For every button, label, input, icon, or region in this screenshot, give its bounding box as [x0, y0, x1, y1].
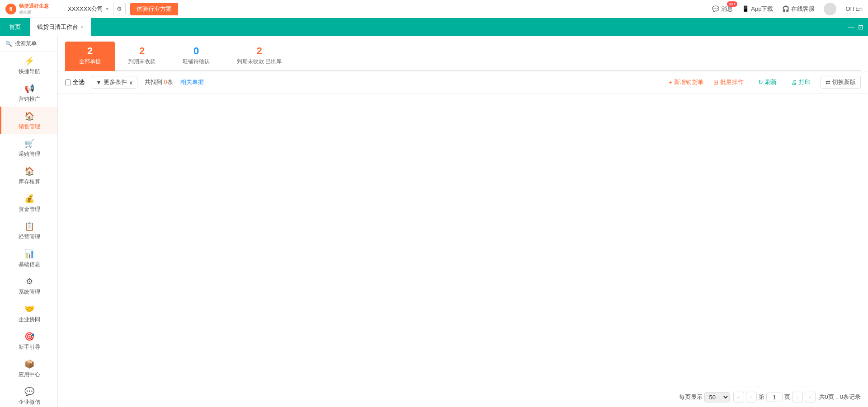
operations-icon: 📋: [24, 221, 34, 231]
marketing-icon: 📢: [24, 84, 34, 94]
stat-tab-overdue[interactable]: 2 到期未收款: [115, 42, 169, 71]
logo-area: 6 畅捷通好生意 标准版: [5, 3, 63, 15]
tab-home[interactable]: 首页: [0, 18, 30, 36]
add-sales-order-button[interactable]: + 新增销货单: [669, 78, 703, 86]
nav-right-controls: — ⊡: [848, 23, 868, 31]
sidebar-item-label: 经营管理: [19, 233, 40, 241]
batch-operation-button[interactable]: ⊞ 批量操作: [709, 76, 748, 89]
sidebar-item-label: 企业微信: [19, 398, 40, 406]
batch-label: 批量操作: [720, 78, 744, 86]
tab-close-icon[interactable]: ×: [81, 25, 84, 30]
quick-nav-icon: ⚡: [24, 56, 34, 66]
avatar[interactable]: [824, 3, 836, 15]
table-area: [58, 94, 868, 387]
guide-icon: 🎯: [24, 332, 34, 342]
cooperation-icon: 🤝: [24, 304, 34, 314]
filter-button[interactable]: ▼ 更多条件 ∨: [92, 76, 137, 89]
stat-num-overdue-shipped: 2: [257, 45, 262, 57]
search-icon: 🔍: [5, 41, 12, 47]
toolbar: 全选 ▼ 更多条件 ∨ 共找到 0条 相关单据 + 新增销货单 ⊞ 批量操作: [58, 71, 868, 94]
purchase-icon: 🛒: [24, 139, 34, 149]
select-all-checkbox[interactable]: 全选: [65, 78, 85, 86]
online-service-button[interactable]: 🎧 在线客服: [782, 5, 815, 13]
next-page-button[interactable]: ›: [792, 392, 803, 402]
sales-icon: 🏠: [24, 111, 34, 121]
stat-tab-overdue-shipped[interactable]: 2 到期未收款 已出库: [223, 42, 295, 71]
stat-label-all: 全部单据: [79, 58, 101, 65]
sidebar-item-inventory[interactable]: 🏠 库存核算: [0, 162, 57, 189]
sidebar-item-operations[interactable]: 📋 经营管理: [0, 217, 57, 244]
tab-workbench-label: 钱货日清工作台: [37, 23, 78, 31]
filter-label: 更多条件: [104, 78, 127, 86]
stats-tabs: 2 全部单据 2 到期未收款 0 旺铺待确认 2 到期未收款 已出库: [65, 42, 861, 71]
related-link[interactable]: 相关单据: [180, 78, 204, 86]
switch-version-button[interactable]: ⇄ 切换新版: [821, 76, 861, 89]
total-info: 共0页，0条记录: [819, 393, 861, 401]
company-name: XXXXXX公司: [68, 5, 103, 13]
settings-button[interactable]: ⚙: [113, 3, 126, 15]
page-size-select[interactable]: 10 20 50 100: [704, 392, 730, 402]
trial-button[interactable]: 体验行业方案: [130, 3, 178, 15]
found-count: 共找到 0条: [145, 78, 173, 86]
print-button[interactable]: 🖨 打印: [787, 76, 815, 89]
sidebar-item-base-info[interactable]: 📊 基础信息: [0, 244, 57, 272]
sidebar-item-finance[interactable]: 💰 资金管理: [0, 189, 57, 217]
header-right: 💬 消息 99+ 📱 App下载 🎧 在线客服 OfTEn: [712, 3, 863, 15]
page-size-selector: 每页显示 10 20 50 100: [679, 392, 730, 402]
sidebar-item-marketing[interactable]: 📢 营销推广: [0, 79, 57, 107]
pagination: 每页显示 10 20 50 100 « ‹ 第 页 › » 共0页，0条记录: [58, 387, 868, 407]
refresh-button[interactable]: ↻ 刷新: [754, 76, 781, 89]
first-page-button[interactable]: «: [733, 392, 744, 402]
sidebar-item-cooperation[interactable]: 🤝 企业协同: [0, 299, 57, 327]
top-header: 6 畅捷通好生意 标准版 XXXXXX公司 ▼ ⚙ 体验行业方案 💬 消息 99…: [0, 0, 868, 18]
page-label: 第: [759, 393, 764, 401]
switch-icon: ⇄: [826, 79, 830, 86]
sidebar-item-quick-nav[interactable]: ⚡ 快捷导航: [0, 51, 57, 79]
stat-num-all: 2: [87, 45, 93, 57]
sidebar-item-label: 新手引导: [19, 343, 40, 351]
sidebar-item-purchase[interactable]: 🛒 采购管理: [0, 134, 57, 162]
message-button[interactable]: 💬 消息 99+: [712, 5, 733, 13]
app-download-button[interactable]: 📱 App下载: [742, 5, 773, 13]
sidebar: 🔍 搜索菜单 ⚡ 快捷导航 📢 营销推广 🏠 销售管理 🛒 采购管理 🏠 库存核…: [0, 36, 58, 407]
maximize-icon[interactable]: ⊡: [858, 23, 863, 31]
tab-workbench[interactable]: 钱货日清工作台 ×: [30, 18, 91, 36]
refresh-icon: ↻: [758, 79, 763, 86]
stat-tab-pending[interactable]: 0 旺铺待确认: [169, 42, 223, 71]
sidebar-item-label: 应用中心: [19, 371, 40, 379]
service-icon: 🎧: [782, 5, 789, 12]
sidebar-item-label: 快捷导航: [19, 68, 40, 75]
minimize-icon[interactable]: —: [848, 23, 854, 31]
select-all-input[interactable]: [65, 80, 71, 85]
inventory-icon: 🏠: [24, 166, 34, 176]
sidebar-item-guide[interactable]: 🎯 新手引导: [0, 327, 57, 355]
sidebar-item-app-center[interactable]: 📦 应用中心: [0, 355, 57, 382]
app-download-label: App下载: [751, 5, 773, 13]
sidebar-item-wechat[interactable]: 💬 企业微信: [0, 382, 57, 407]
sidebar-item-sales[interactable]: 🏠 销售管理: [0, 107, 57, 134]
stat-label-overdue: 到期未收款: [128, 58, 156, 65]
sidebar-item-label: 库存核算: [19, 178, 40, 186]
switch-label: 切换新版: [832, 78, 856, 86]
filter-icon: ▼: [96, 79, 102, 86]
company-selector[interactable]: XXXXXX公司 ▼: [68, 5, 109, 13]
page-input[interactable]: [766, 393, 783, 402]
per-page-label: 每页显示: [679, 393, 703, 401]
stat-tab-all[interactable]: 2 全部单据: [65, 42, 115, 71]
batch-icon: ⊞: [713, 79, 718, 86]
online-service-label: 在线客服: [791, 5, 815, 13]
print-icon: 🖨: [791, 79, 797, 86]
prev-page-button[interactable]: ‹: [746, 392, 757, 402]
base-info-icon: 📊: [24, 249, 34, 259]
main-layout: 🔍 搜索菜单 ⚡ 快捷导航 📢 营销推广 🏠 销售管理 🛒 采购管理 🏠 库存核…: [0, 36, 868, 407]
last-page-button[interactable]: »: [805, 392, 816, 402]
add-icon: +: [669, 79, 672, 86]
select-all-label: 全选: [73, 78, 85, 86]
stat-label-overdue-shipped: 到期未收款 已出库: [237, 58, 282, 65]
stat-num-overdue: 2: [139, 45, 145, 57]
sidebar-search[interactable]: 🔍 搜索菜单: [0, 36, 57, 51]
page-nav: « ‹ 第 页 › »: [733, 392, 816, 402]
sidebar-item-label: 营销推广: [19, 95, 40, 103]
sidebar-item-sys-mgmt[interactable]: ⚙ 系统管理: [0, 272, 57, 299]
toolbar-right: + 新增销货单 ⊞ 批量操作 ↻ 刷新 🖨 打印 ⇄ 切换新版: [669, 76, 861, 89]
